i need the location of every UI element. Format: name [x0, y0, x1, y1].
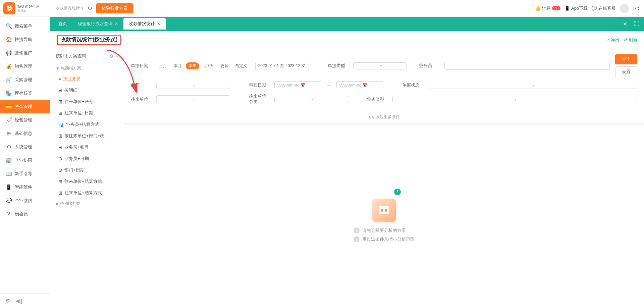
counterpart-more-btn[interactable]: ···: [193, 97, 227, 102]
scheme-salesperson-account[interactable]: ⊞ 业务员+账号: [50, 142, 124, 153]
sidebar-item-search[interactable]: 🔍 搜索菜单: [0, 19, 50, 33]
desktop-section-label: 电脑端方案: [61, 65, 81, 71]
sidebar-item-member[interactable]: V 畅会员: [0, 207, 50, 221]
scheme-dept-date[interactable]: ⊙ 部门+日期: [50, 164, 124, 176]
salesperson-more-btn[interactable]: ···: [527, 63, 607, 68]
sidebar-item-finance[interactable]: 💳 资金管理: [0, 100, 50, 113]
date-tab-thisyear[interactable]: 本年: [186, 62, 199, 69]
scheme-counterpart-date[interactable]: ⊞ 往来单位+日期: [50, 107, 124, 119]
page-header: 收款情况统计(按业务员) ↗ 导出 ↺ 刷新: [50, 31, 644, 49]
bill-status-select[interactable]: ▾: [428, 82, 637, 89]
filter-area: 单据日期 上月 本月 本年 近7天 更多 自定义 2023-01-01 至: [124, 49, 644, 111]
window-buttons: ✕ ⛶: [621, 20, 641, 28]
trial-button[interactable]: 体验行业方案: [96, 3, 133, 13]
refresh-button[interactable]: ↺ 刷新: [624, 37, 637, 43]
date-tab-thismonth[interactable]: 本月: [171, 62, 184, 69]
logo-text: 畅捷通好生意: [17, 4, 40, 9]
counterpart-date-icon: ⊞: [58, 110, 62, 116]
date-tab-7days[interactable]: 近7天: [201, 62, 216, 69]
marketing-icon: 📢: [5, 50, 12, 56]
date-tab-more[interactable]: 更多: [218, 62, 231, 69]
sidebar-item-basic[interactable]: ⊞ 基础信息: [0, 127, 50, 140]
counterpart-label: 往来单位: [131, 96, 151, 102]
filter-row-1: 单据日期 上月 本月 本年 近7天 更多 自定义 2023-01-01 至: [131, 54, 637, 77]
wechat-icon: 💬: [5, 197, 12, 204]
review-date-label: 审核日期: [249, 82, 269, 88]
sidebar-item-guide[interactable]: 📖 新手引导: [0, 167, 50, 181]
scheme-counterpart-account-label: 往来单位+账号: [64, 99, 93, 105]
maximize-window-icon[interactable]: ⛶: [632, 20, 641, 28]
scheme-counterpart-settlement2-label: 往来单位+结算方式: [64, 190, 102, 196]
date-tab-custom[interactable]: 自定义: [232, 62, 250, 69]
robot-eye-right: [385, 209, 387, 212]
tip-text-2: 用过滤条件来缩小分析范围: [362, 236, 415, 242]
sidebar-nav: 🔍 搜索菜单 🏠 快捷导航 📢 营销推广 💰 销售管理 🛒 采购管理 🏪 库存核…: [0, 17, 50, 293]
tab-close-receipt[interactable]: ✕: [157, 21, 160, 26]
review-date-to-placeholder: yyyy-mm-dd: [339, 83, 361, 88]
settings-bottom-icon[interactable]: ⚙: [5, 298, 10, 304]
desktop-section[interactable]: ▼ 电脑端方案: [50, 63, 124, 73]
sidebar-label-guide: 新手引导: [15, 171, 32, 177]
dept-select[interactable]: ▾: [156, 82, 230, 89]
tab-close-bank[interactable]: ✕: [115, 21, 118, 26]
sidebar-item-system[interactable]: ⚙ 系统管理: [0, 140, 50, 154]
scheme-salesperson-date[interactable]: ⊙ 业务员+日期: [50, 153, 124, 164]
counterpart-select[interactable]: ···: [156, 95, 230, 103]
tab-receipt-stats[interactable]: 收款情况统计 ✕: [123, 18, 166, 30]
add-scheme-icon[interactable]: ＋: [103, 53, 107, 59]
app-download-action[interactable]: 📱 App下载: [565, 5, 588, 11]
notification-action[interactable]: 🔔 消息 99+: [535, 5, 560, 11]
home-tab-label: 首页: [58, 21, 67, 26]
query-button[interactable]: 查询: [615, 54, 637, 64]
business-type-select[interactable]: ▾: [392, 96, 637, 103]
filter-action-buttons: 查询 设置: [615, 54, 637, 77]
tab-home[interactable]: 首页: [53, 18, 72, 30]
user-avatar[interactable]: [620, 4, 629, 13]
sidebar-item-purchase[interactable]: 🛒 采购管理: [0, 73, 50, 87]
scheme-counterpart-account[interactable]: ⊞ 往来单位+账号: [50, 96, 124, 107]
salesperson-select[interactable]: ···: [444, 62, 610, 70]
sidebar-item-inventory[interactable]: 🏪 库存核算: [0, 87, 50, 100]
mobile-section[interactable]: ▶ 移动端方案: [50, 199, 124, 208]
counterpart-category-select[interactable]: ▾: [274, 96, 348, 103]
tip-num-1: 1: [354, 227, 360, 234]
review-date-from[interactable]: yyyy-mm-dd 📅: [274, 81, 321, 89]
sidebar-item-sales[interactable]: 💰 销售管理: [0, 60, 50, 73]
bill-type-select[interactable]: ▾: [353, 62, 407, 69]
collapse-scheme-icon[interactable]: «: [116, 53, 118, 59]
tip-item-1: 1 请先选择要分析的方案: [354, 227, 415, 234]
sidebar-bottom: ⚙ ◀||: [0, 293, 50, 308]
app-download-label: App下载: [571, 5, 588, 11]
close-window-icon[interactable]: ✕: [621, 20, 629, 28]
scheme-salesperson[interactable]: ● 按业务员: [50, 73, 124, 85]
scheme-detail[interactable]: ⊞ 按明细: [50, 85, 124, 96]
settings-button[interactable]: 设置: [615, 66, 637, 77]
gear-icon[interactable]: ⚙: [88, 5, 92, 11]
robot-body: [372, 199, 396, 222]
date-tab-lastmonth[interactable]: 上月: [156, 62, 170, 69]
logo-icon: 畅: [3, 2, 15, 14]
scheme-counterpart-settlement1-label: 往来单位+结算方式: [64, 178, 102, 185]
sidebar-item-marketing[interactable]: 📢 营销推广: [0, 46, 50, 60]
scheme-salesperson-settlement[interactable]: 📊 业务员+结算方式: [50, 119, 124, 130]
sidebar-item-collab[interactable]: 🏢 企业协同: [0, 154, 50, 167]
review-date-to[interactable]: yyyy-mm-dd 📅: [336, 81, 383, 89]
download-icon: 📱: [565, 6, 570, 11]
scheme-counterpart-settlement1[interactable]: ⊞ 往来单位+结算方式: [50, 176, 124, 187]
sidebar-item-hardware[interactable]: 📱 智能硬件: [0, 181, 50, 194]
date-range-display[interactable]: 2023-01-01 至 2023-12-31: [255, 62, 309, 70]
scheme-counterpart-settlement2[interactable]: ⊞ 往来单位+结算方式: [50, 187, 124, 199]
tab-bank-flow[interactable]: 现金银行流水查询 ✕: [72, 18, 123, 30]
collapse-button[interactable]: ∧∧ 收起更多条件: [368, 114, 400, 120]
sidebar-item-wechat[interactable]: 💬 企业微信: [0, 194, 50, 207]
sidebar-item-quicknav[interactable]: 🏠 快捷导航: [0, 33, 50, 46]
business-type-label: 业务类型: [367, 96, 387, 102]
sidebar-item-operations[interactable]: 📈 经营管理: [0, 113, 50, 127]
settings-scheme-icon[interactable]: ⚙: [109, 53, 114, 59]
online-service-action[interactable]: 💬 在线客服: [592, 5, 616, 11]
collapse-row: ∧∧ 收起更多条件: [124, 111, 644, 122]
topbar: 收款情况统计 ▾ ⚙ 体验行业方案 🔔 消息 99+ 📱 App下载 💬 在线客…: [50, 0, 644, 17]
collapse-sidebar-icon[interactable]: ◀||: [15, 298, 22, 304]
scheme-counterpart-dept[interactable]: ⊞ 按往来单位+部门+收...: [50, 130, 124, 142]
export-button[interactable]: ↗ 导出: [606, 37, 620, 43]
